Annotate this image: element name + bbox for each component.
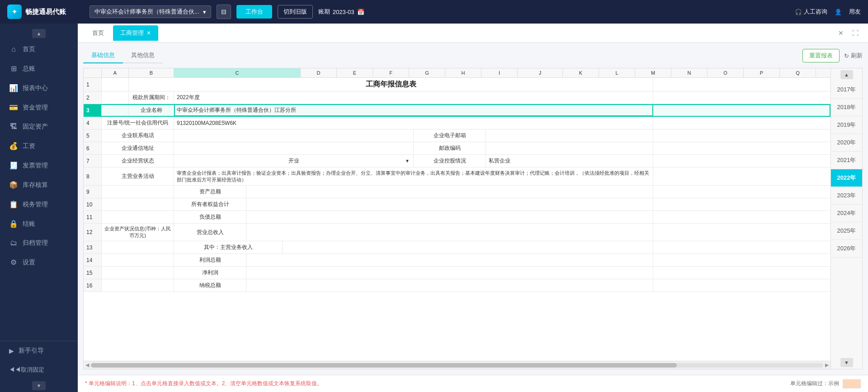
scroll-track[interactable] [91,363,823,368]
cell-1-a[interactable] [102,78,129,91]
cancel-fixed-button[interactable]: ◀◀取消固定 [0,360,78,379]
company-selector[interactable]: 中审众环会计师事务所（特殊普通合伙... ▾ [90,5,211,18]
cell-10-c[interactable]: 所有者权益合计 [174,198,246,210]
sidebar-item-invoice[interactable]: 🧾 发票管理 [0,156,78,175]
sidebar-item-home[interactable]: ⌂ 首页 [0,40,78,59]
calendar-icon[interactable]: 📅 [357,9,364,15]
cell-3-b[interactable]: 企业名称 [129,104,174,116]
service-button[interactable]: 🎧 人工咨询 [795,8,827,16]
cell-9-d[interactable] [246,186,653,198]
sidebar-item-salary[interactable]: 💰 工资 [0,136,78,156]
cell-11-d[interactable] [246,211,653,223]
cell-9-c[interactable]: 资产总额 [174,186,246,198]
cell-15-c[interactable]: 净利润 [174,267,246,279]
year-item-2022[interactable]: 2022年 [831,169,862,187]
tab-business[interactable]: 工商管理 ✕ [113,25,158,41]
cell-16-d[interactable] [246,279,653,292]
cell-5-ab[interactable]: 企业联系电话 [102,129,174,142]
main-layout: ▲ ⌂ 首页 ⊞ 总账 📊 报表中心 💳 资金管理 🏗 固定资产 💰 工资 🧾 … [0,24,868,392]
scroll-thumb[interactable] [91,363,677,368]
cell-4-c[interactable]: 91320100MA208E5W6K [174,117,653,129]
expand-button[interactable]: ⛶ [850,28,861,38]
year-item-2023[interactable]: 2023年 [831,187,862,205]
old-version-button[interactable]: 切到旧版 [278,5,313,19]
sub-tab-other[interactable]: 其他信息 [123,48,163,63]
cell-6-ab[interactable]: 企业通信地址 [102,142,174,154]
year-item-2018[interactable]: 2018年 [831,99,862,116]
sub-tab-basic[interactable]: 基础信息 [83,48,123,63]
cell-5-k[interactable] [486,129,653,142]
sidebar-scroll-down[interactable]: ▼ [32,381,46,390]
sidebar-item-assets[interactable]: 🏗 固定资产 [0,117,78,136]
cancel-fixed-label: ◀◀取消固定 [9,366,44,374]
cell-1-title[interactable]: 工商年报信息表 [129,78,653,91]
sidebar-item-close[interactable]: 🔒 结账 [0,214,78,234]
footer-note: * 单元格编辑说明：1、点击单元格直接录入数值或文本。2、清空单元格数值或文本恢… [85,380,322,387]
year-item-2024[interactable]: 2024年 [831,205,862,222]
refresh-button[interactable]: ↻ 刷新 [844,52,863,60]
cell-2-a[interactable] [102,91,129,104]
sidebar-item-ledger[interactable]: ⊞ 总账 [0,59,78,78]
col-header-l: L [599,68,635,77]
col-header-d: D [301,68,337,77]
cell-11-c[interactable]: 负债总额 [174,211,246,223]
cell-5-c[interactable] [174,129,414,142]
sidebar-item-finance[interactable]: 💳 资金管理 [0,98,78,117]
year-item-2017[interactable]: 2017年 [831,81,862,99]
sidebar-item-archive[interactable]: 🗂 归档管理 [0,234,78,253]
cell-5-j[interactable]: 企业电子邮箱 [414,129,486,142]
sidebar-item-inventory[interactable]: 📦 库存核算 [0,175,78,195]
cell-10-d[interactable] [246,198,653,210]
cell-7-c[interactable]: 开业 ▼ [174,155,414,167]
cell-2-b[interactable]: 税款所属期间： [129,91,174,104]
cell-14-d[interactable] [246,254,653,266]
sidebar-item-reports[interactable]: 📊 报表中心 [0,78,78,98]
cell-4-ab[interactable]: 注册号/统一社会信用代码 [102,117,174,129]
cell-3-a[interactable] [102,104,129,116]
cell-2-c[interactable]: 2022年度 [174,91,653,104]
cell-6-c[interactable] [174,142,414,154]
row-num-6: 6 [84,142,102,154]
year-panel-down[interactable]: ▼ [840,358,853,367]
cell-16-c[interactable]: 纳税总额 [174,279,246,292]
cell-13-c[interactable]: 其中：主营业务收入 [174,241,283,253]
cell-7-j[interactable]: 企业控股情况 [414,155,486,167]
app-title: 畅捷通易代账 [25,8,66,16]
spreadsheet-body[interactable]: 1 工商年报信息表 2 税款所属期间： 2022年度 [84,78,830,361]
cell-14-c[interactable]: 利润总额 [174,254,246,266]
cell-3-c[interactable]: 中审众环会计师事务所（特殊普通合伙）江苏分所 [174,104,653,116]
new-user-guide[interactable]: ▶ 新手引导 [0,341,78,360]
year-item-2020[interactable]: 2020年 [831,134,862,152]
cell-13-d[interactable] [283,241,653,253]
horizontal-scrollbar[interactable]: ◀ ▶ [84,361,830,369]
cell-15-d[interactable] [246,267,653,279]
copy-button[interactable]: ⊟ [217,5,231,19]
cell-16-ab [102,279,174,292]
cell-6-j[interactable]: 邮政编码 [414,142,486,154]
cell-12-d[interactable] [246,224,653,241]
cell-12-c[interactable]: 营业总收入 [174,224,246,241]
tab-close-icon[interactable]: ✕ [146,30,151,36]
cell-8-ab[interactable]: 主营业务活动 [102,167,174,185]
sidebar-item-settings[interactable]: ⚙ 设置 [0,253,78,272]
logo-icon: ✦ [7,5,22,19]
cell-6-k[interactable] [486,142,653,154]
year-item-2026[interactable]: 2026年 [831,240,862,258]
cell-8-c[interactable]: 审查企业会计报表；出具审计报告；验证企业资本；出具验资报告；办理企业合开、分立、… [174,167,653,185]
close-button[interactable]: ✕ [835,28,846,38]
cell-7-k[interactable]: 私营企业 [486,155,653,167]
cell-7-ab[interactable]: 企业经营状态 [102,155,174,167]
row-num-1: 1 [84,78,102,91]
year-item-2019[interactable]: 2019年 [831,116,862,134]
year-panel-up[interactable]: ▲ [840,70,853,79]
workbench-button[interactable]: 工作台 [236,5,272,19]
col-header-c: C [174,68,301,77]
sub-tab-other-label: 其他信息 [131,52,155,58]
sidebar-item-tax[interactable]: 📋 税务管理 [0,195,78,214]
sidebar-scroll-up[interactable]: ▲ [32,29,46,38]
reset-report-button[interactable]: 重置报表 [802,49,840,62]
year-item-2025[interactable]: 2025年 [831,222,862,240]
tab-home[interactable]: 首页 [85,25,111,41]
col-header-b: B [129,68,174,77]
year-item-2021[interactable]: 2021年 [831,152,862,169]
